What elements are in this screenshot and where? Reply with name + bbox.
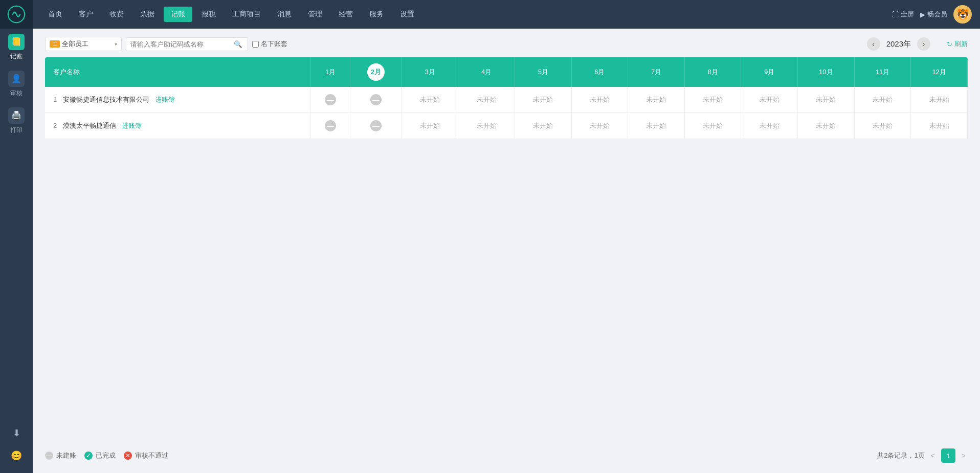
row-0-month-10: 未开始 <box>798 87 855 113</box>
status-not-started: 未开始 <box>760 96 779 103</box>
next-year-button[interactable]: › <box>917 37 930 51</box>
topnav: 首页客户收费票据记账报税工商项目消息管理经营服务设置 ⛶ 全屏 ▶ 畅会员 🐯 <box>33 0 980 29</box>
legend-done: ✓已完成 <box>84 451 116 460</box>
summary-text: 共2条记录，1页 <box>877 451 924 460</box>
enter-ledger-link[interactable]: 进账簿 <box>155 96 175 103</box>
nav-item-settings[interactable]: 设置 <box>393 7 421 22</box>
row-num: 1 <box>53 96 57 103</box>
fullscreen-label: 全屏 <box>901 10 914 19</box>
row-0-month-3: 未开始 <box>402 87 458 113</box>
prev-year-button[interactable]: ‹ <box>867 37 880 51</box>
sidebar-item-dy[interactable]: 🖨️ 打印 <box>0 102 33 139</box>
row-1-month-7: 未开始 <box>628 113 685 139</box>
employee-label: 全部员工 <box>62 39 113 49</box>
status-not-started: 未开始 <box>929 96 949 103</box>
col-header-m11: 11月 <box>854 57 911 87</box>
status-not-started: 未开始 <box>477 122 497 129</box>
year-nav: ‹ 2023年 › <box>867 37 930 51</box>
active-month: 2月 <box>367 63 385 81</box>
row-0-month-8: 未开始 <box>684 87 741 113</box>
row-1-month-12: 未开始 <box>911 113 968 139</box>
avatar[interactable]: 🐯 <box>953 5 972 24</box>
member-button[interactable]: ▶ 畅会员 <box>920 10 947 19</box>
refresh-button[interactable]: ↻ 刷新 <box>947 39 968 49</box>
search-input[interactable] <box>126 38 229 51</box>
sh-icon: 👤 <box>8 71 25 87</box>
footer: —未建账✓已完成✕审核不通过 共2条记录，1页 < 1 > <box>45 442 968 465</box>
col-header-m1: 1月 <box>310 57 350 87</box>
member-label: 畅会员 <box>927 10 947 19</box>
nav-item-home[interactable]: 首页 <box>41 7 70 22</box>
company-name: 漠澳太平畅捷通信 <box>63 122 116 129</box>
table-row: 2 漠澳太平畅捷通信 进账簿 ——未开始未开始未开始未开始未开始未开始未开始未开… <box>45 113 968 139</box>
col-header-m9: 9月 <box>741 57 798 87</box>
pagination: 共2条记录，1页 < 1 > <box>877 448 968 463</box>
search-button[interactable]: 🔍 <box>229 38 248 51</box>
nav-item-invoice[interactable]: 票据 <box>133 7 162 22</box>
enter-ledger-link[interactable]: 进账簿 <box>122 122 142 129</box>
nav-item-business[interactable]: 工商项目 <box>225 7 268 22</box>
status-dot: — <box>325 94 336 105</box>
refresh-label: 刷新 <box>954 39 968 49</box>
row-1-month-3: 未开始 <box>402 113 458 139</box>
status-not-started: 未开始 <box>420 122 440 129</box>
sh-label: 审核 <box>10 89 23 98</box>
download-icon[interactable]: ⬇ <box>7 424 26 442</box>
col-header-m6: 6月 <box>571 57 628 87</box>
support-icon[interactable]: 😊 <box>7 446 26 465</box>
status-not-started: 未开始 <box>420 96 440 103</box>
status-not-started: 未开始 <box>646 122 666 129</box>
col-header-m3: 3月 <box>402 57 458 87</box>
row-1-month-9: 未开始 <box>741 113 798 139</box>
nav-item-service[interactable]: 服务 <box>362 7 391 22</box>
row-0-month-2: — <box>350 87 402 113</box>
status-not-started: 未开始 <box>873 96 893 103</box>
fullscreen-button[interactable]: ⛶ 全屏 <box>892 10 914 19</box>
search-box: 🔍 <box>126 37 248 51</box>
legend-label: 未建账 <box>56 451 76 460</box>
nav-item-tax[interactable]: 报税 <box>194 7 223 22</box>
col-header-m2: 2月 <box>350 57 402 87</box>
table-wrap: 客户名称1月2月3月4月5月6月7月8月9月10月11月12月 1 安徽畅捷通信… <box>45 57 968 442</box>
jz-icon: 📒 <box>8 34 25 50</box>
nav-item-charge[interactable]: 收费 <box>102 7 131 22</box>
content: 工 全部员工 ▾ 🔍 名下账套 ‹ 2023年 › ↻ 刷新 <box>33 29 980 473</box>
my-accounts-checkbox[interactable] <box>252 41 259 48</box>
page-1-button[interactable]: 1 <box>941 448 955 463</box>
next-page-button[interactable]: > <box>960 451 968 461</box>
status-not-started: 未开始 <box>816 96 836 103</box>
sidebar-item-jz[interactable]: 📒 记账 <box>0 29 33 65</box>
nav-item-accounting[interactable]: 记账 <box>164 7 192 22</box>
row-num: 2 <box>53 122 57 129</box>
employee-icon: 工 <box>50 40 60 48</box>
fullscreen-icon: ⛶ <box>892 11 899 18</box>
row-0-month-6: 未开始 <box>571 87 628 113</box>
row-0-month-5: 未开始 <box>515 87 571 113</box>
status-not-started: 未开始 <box>477 96 497 103</box>
checkbox-label[interactable]: 名下账套 <box>252 39 287 49</box>
col-header-name: 客户名称 <box>45 57 310 87</box>
nav-item-message[interactable]: 消息 <box>270 7 299 22</box>
nav-item-manage[interactable]: 管理 <box>301 7 329 22</box>
table-row: 1 安徽畅捷通信息技术有限公司 进账簿 ——未开始未开始未开始未开始未开始未开始… <box>45 87 968 113</box>
nav-item-operation[interactable]: 经营 <box>331 7 360 22</box>
row-0-month-11: 未开始 <box>854 87 911 113</box>
main-area: 首页客户收费票据记账报税工商项目消息管理经营服务设置 ⛶ 全屏 ▶ 畅会员 🐯 … <box>33 0 980 473</box>
status-not-started: 未开始 <box>646 96 666 103</box>
row-1-month-2: — <box>350 113 402 139</box>
status-not-started: 未开始 <box>533 96 553 103</box>
legend-label: 已完成 <box>96 451 116 460</box>
sidebar-item-sh[interactable]: 👤 审核 <box>0 65 33 102</box>
employee-select[interactable]: 工 全部员工 ▾ <box>45 37 122 51</box>
col-header-m4: 4月 <box>458 57 515 87</box>
col-header-m12: 12月 <box>911 57 968 87</box>
row-0-name: 1 安徽畅捷通信息技术有限公司 进账簿 <box>45 87 310 113</box>
toolbar: 工 全部员工 ▾ 🔍 名下账套 ‹ 2023年 › ↻ 刷新 <box>45 37 968 51</box>
row-0-month-9: 未开始 <box>741 87 798 113</box>
row-1-month-6: 未开始 <box>571 113 628 139</box>
status-not-started: 未开始 <box>590 122 610 129</box>
prev-page-button[interactable]: < <box>929 451 937 461</box>
row-1-month-11: 未开始 <box>854 113 911 139</box>
company-name: 安徽畅捷通信息技术有限公司 <box>63 96 149 103</box>
nav-item-customer[interactable]: 客户 <box>72 7 100 22</box>
